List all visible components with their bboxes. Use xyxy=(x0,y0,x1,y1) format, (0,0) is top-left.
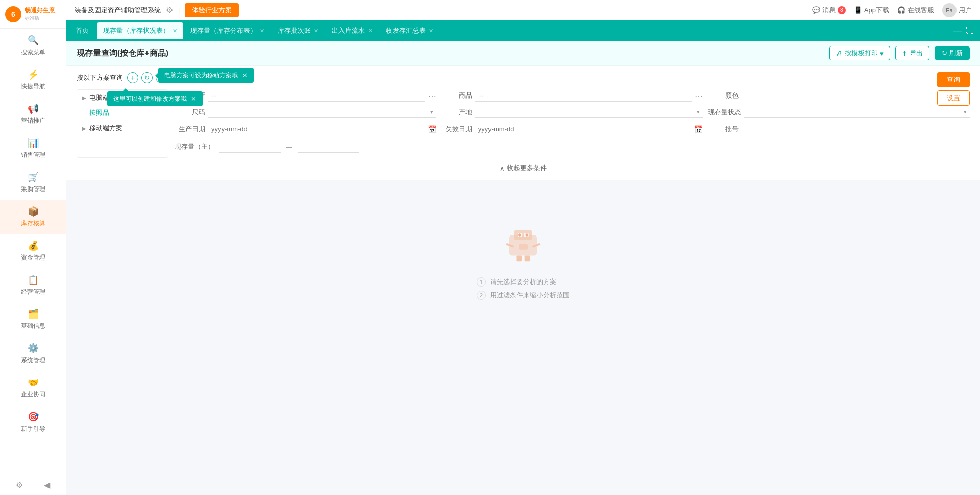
goods-field: 商品 ··· ⋯ xyxy=(442,89,703,102)
tree-expand-icon: ▶ xyxy=(82,95,86,101)
svg-point-4 xyxy=(518,233,521,236)
expiry-date-input[interactable] xyxy=(475,123,692,135)
warehouse-more-icon[interactable]: ⋯ xyxy=(428,91,436,101)
sidebar-item-search[interactable]: 🔍 搜索菜单 xyxy=(0,29,66,63)
tooltip-edit-close[interactable]: ✕ xyxy=(191,95,197,103)
set-btn[interactable]: 设置 xyxy=(937,90,970,106)
tab-batch-account[interactable]: 库存批次账 ✕ xyxy=(272,22,325,39)
expiry-date-field: 失效日期 📅 xyxy=(442,123,703,135)
tab-maximize-icon[interactable]: ⛶ xyxy=(966,26,974,35)
target-icon: 🎯 xyxy=(28,411,39,422)
inventory-dash: — xyxy=(286,143,292,151)
flash-icon: ⚡ xyxy=(28,69,39,80)
export-icon: ⬆ xyxy=(902,50,908,57)
size-select[interactable]: ▾ xyxy=(208,107,436,118)
production-date-label: 生产日期 xyxy=(175,125,205,134)
sidebar-item-sales[interactable]: 📊 销售管理 xyxy=(0,131,66,166)
warehouse-dots: ··· xyxy=(211,91,217,99)
origin-chevron-icon: ▾ xyxy=(697,109,700,115)
tab-minimize-icon[interactable]: — xyxy=(953,26,962,35)
goods-more-icon[interactable]: ⋯ xyxy=(695,91,703,101)
sidebar-item-marketing[interactable]: 📢 营销推广 xyxy=(0,97,66,131)
avatar: Ea xyxy=(942,3,957,17)
inv-status-select[interactable]: ▾ xyxy=(744,107,970,118)
tab-close-inventory-status[interactable]: ✕ xyxy=(173,28,177,34)
tooltip-scheme-close[interactable]: ✕ xyxy=(242,72,248,79)
refresh-scheme-btn[interactable]: ↻ xyxy=(141,72,153,83)
collapse-btn[interactable]: ∧ 收起更多条件 xyxy=(500,163,547,173)
query-btn[interactable]: 查询 xyxy=(937,72,970,87)
sidebar-item-system[interactable]: ⚙️ 系统管理 xyxy=(0,337,66,371)
tab-close-inventory-dist[interactable]: ✕ xyxy=(260,28,264,34)
sidebar-item-finance[interactable]: 💰 资金管理 xyxy=(0,234,66,268)
top-header: 装备及固定资产辅助管理系统 ⚙ | 体验行业方案 💬 消息 8 📱 App下载 … xyxy=(66,0,980,20)
inv-status-field: 现存量状态 ▾ xyxy=(708,107,970,118)
sidebar-item-quicknav[interactable]: ⚡ 快捷导航 xyxy=(0,63,66,97)
user-item[interactable]: Ea 用户 xyxy=(942,3,972,17)
megaphone-icon: 📢 xyxy=(28,103,39,114)
inventory-main-from[interactable] xyxy=(219,140,281,153)
origin-field: 产地 ▾ xyxy=(442,107,703,118)
sidebar-item-inventory[interactable]: 📦 库存核算 xyxy=(0,200,66,234)
sidebar-item-basic[interactable]: 🗂️ 基础信息 xyxy=(0,302,66,337)
collapse-sidebar-icon[interactable]: ◀ xyxy=(44,480,50,490)
header-right: 💬 消息 8 📱 App下载 🎧 在线客服 Ea 用户 xyxy=(812,3,972,17)
refresh-icon: ↻ xyxy=(942,49,947,57)
tab-bar: 首页 现存量（库存状况表） ✕ 现存量（库存分布表） ✕ 库存批次账 ✕ 出入库… xyxy=(66,20,980,41)
tab-inventory-status[interactable]: 现存量（库存状况表） ✕ xyxy=(97,22,183,39)
tab-close-recv-summary[interactable]: ✕ xyxy=(429,28,433,34)
tab-recv-summary[interactable]: 收发存汇总表 ✕ xyxy=(380,22,439,39)
production-date-calendar-icon[interactable]: 📅 xyxy=(428,125,436,133)
goods-label: 商品 xyxy=(442,91,472,100)
template-print-btn[interactable]: 🖨 按模板打印 ▾ xyxy=(829,46,890,60)
gear-icon: ⚙️ xyxy=(28,343,39,354)
export-btn[interactable]: ⬆ 导出 xyxy=(895,46,929,60)
inv-status-label: 现存量状态 xyxy=(708,108,741,117)
settings-bottom-icon[interactable]: ⚙ xyxy=(16,480,23,490)
step-1-num: 1 xyxy=(477,277,486,287)
goods-select[interactable]: ··· xyxy=(475,89,692,102)
origin-select[interactable]: ▾ xyxy=(475,107,703,118)
online-support-item[interactable]: 🎧 在线客服 xyxy=(897,6,934,15)
tree-desktop-child1[interactable]: 按照品 xyxy=(77,105,168,121)
trial-btn[interactable]: 体验行业方案 xyxy=(185,3,239,17)
sidebar-bottom: ⚙ ◀ xyxy=(0,475,66,495)
tab-inventory-dist[interactable]: 现存量（库存分布表） ✕ xyxy=(184,22,271,39)
tab-close-batch-account[interactable]: ✕ xyxy=(314,28,318,34)
tooltip-edit: 这里可以创建和修改方案哦 ✕ xyxy=(107,91,203,106)
notification-item[interactable]: 💬 消息 8 xyxy=(812,6,846,15)
sidebar-item-newbie[interactable]: 🎯 新手引导 xyxy=(0,405,66,439)
phone-icon: 📱 xyxy=(854,6,862,14)
expiry-date-calendar-icon[interactable]: 📅 xyxy=(694,125,703,133)
system-name: 装备及固定资产辅助管理系统 xyxy=(75,6,161,15)
svg-rect-10 xyxy=(525,256,530,262)
handshake-icon: 🤝 xyxy=(28,377,39,388)
sidebar: 6 畅通好生意 标准版 🔍 搜索菜单 ⚡ 快捷导航 📢 营销推广 📊 销售管理 … xyxy=(0,0,66,495)
production-date-input[interactable] xyxy=(208,123,425,135)
inventory-main-to[interactable] xyxy=(298,140,359,153)
tab-home[interactable]: 首页 xyxy=(68,22,96,39)
batch-input[interactable] xyxy=(742,123,970,135)
sidebar-item-operations[interactable]: 📋 经营管理 xyxy=(0,268,66,302)
tab-inout-flow[interactable]: 出入库流水 ✕ xyxy=(326,22,379,39)
size-label: 尺码 xyxy=(175,108,205,117)
chart-icon: 📊 xyxy=(28,137,39,149)
settings-icon[interactable]: ⚙ xyxy=(166,5,173,15)
add-scheme-btn[interactable]: + xyxy=(127,72,138,83)
warehouse-select[interactable]: ··· xyxy=(208,89,425,102)
box-icon: 📦 xyxy=(28,206,39,217)
collapse-bar: ∧ 收起更多条件 xyxy=(77,160,970,176)
refresh-btn[interactable]: ↻ 刷新 xyxy=(935,46,970,60)
tab-close-inout-flow[interactable]: ✕ xyxy=(368,28,373,34)
empty-step-1: 1 请先选择要分析的方案 xyxy=(477,277,570,287)
empty-steps: 1 请先选择要分析的方案 2 用过滤条件来缩小分析范围 xyxy=(477,277,570,300)
app-download-item[interactable]: 📱 App下载 xyxy=(854,6,889,15)
sidebar-logo: 6 畅通好生意 标准版 xyxy=(0,0,66,29)
sidebar-item-enterprise[interactable]: 🤝 企业协同 xyxy=(0,371,66,405)
color-select[interactable]: ▾ xyxy=(742,90,970,101)
sidebar-item-purchase[interactable]: 🛒 采购管理 xyxy=(0,166,66,200)
tree-mobile[interactable]: ▶ 移动端方案 xyxy=(77,121,168,136)
page-header: 现存量查询(按仓库+商品) 🖨 按模板打印 ▾ ⬆ 导出 ↻ 刷新 xyxy=(66,41,980,66)
filter-row-1: 仓库 ··· ⋯ 商品 ··· ⋯ xyxy=(175,89,970,102)
folder-icon: 🗂️ xyxy=(28,309,39,320)
